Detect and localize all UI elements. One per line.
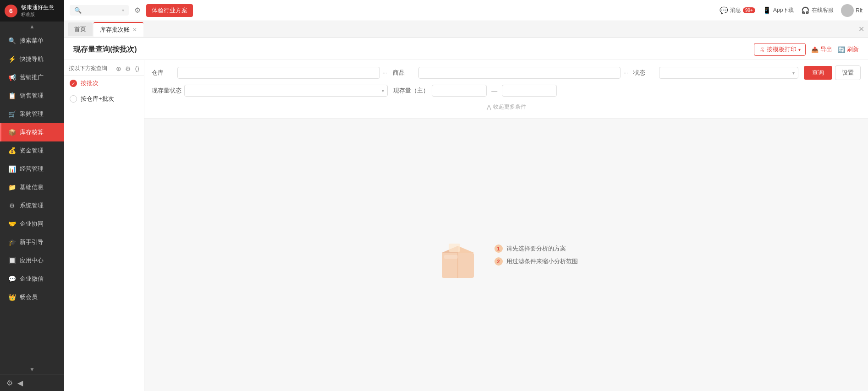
stock-qty-label: 现存量（主） — [393, 87, 429, 95]
sidebar-item-member[interactable]: 👑 畅会员 — [0, 288, 64, 306]
main-area: 🔍 ▾ ⚙ 体验行业方案 💬 消息 99+ 📱 App下载 🎧 在线客服 R — [64, 0, 868, 391]
filter-area: 仓库 ··· 商品 ··· 状态 — [144, 60, 868, 119]
empty-hints: 1 请先选择要分析的方案 2 用过滤条件来缩小分析范围 — [494, 244, 578, 266]
topbar-search-box[interactable]: 🔍 ▾ — [70, 5, 129, 16]
scheme-item-batch[interactable]: ✓ 按批次 — [64, 76, 144, 91]
scheme-item-warehouse-batch[interactable]: 按仓库+批次 — [64, 91, 144, 107]
add-scheme-icon[interactable]: ⊕ — [116, 65, 121, 72]
printer-icon: 🖨 — [759, 46, 765, 53]
empty-hint-1-text: 请先选择要分析的方案 — [506, 244, 566, 253]
hint-num-2: 2 — [494, 257, 503, 266]
phone-icon: 📱 — [763, 6, 771, 15]
left-panel-title: 按以下方案查询 — [69, 65, 107, 72]
scheme-label: 按仓库+批次 — [81, 95, 114, 103]
empty-hint-1: 1 请先选择要分析的方案 — [494, 244, 578, 253]
topbar-search-input[interactable] — [83, 7, 120, 14]
page-title: 现存量查询(按批次) — [73, 45, 137, 54]
status-select-wrap — [659, 67, 798, 79]
close-page-btn[interactable]: ✕ — [858, 25, 864, 33]
collapse-more-btn[interactable]: ⋀ 收起更多条件 — [152, 101, 861, 113]
filter-dash: — — [489, 87, 499, 94]
online-service-btn[interactable]: 🎧 在线客服 — [801, 6, 834, 15]
left-panel: 按以下方案查询 ⊕ ⚙ ⟨⟩ ✓ 按批次 按仓库+批次 — [64, 60, 144, 391]
basic-icon: 📁 — [8, 183, 16, 191]
topbar-right: 💬 消息 99+ 📱 App下载 🎧 在线客服 Rit — [720, 4, 863, 17]
scheme-label: 按批次 — [81, 79, 99, 87]
collapse-left-icon[interactable]: ⟨⟩ — [135, 65, 139, 72]
sidebar-item-label: 基础信息 — [20, 183, 44, 191]
sidebar-item-label: 新手引导 — [20, 238, 44, 246]
stock-status-select[interactable] — [184, 85, 388, 97]
settings-bottom-icon[interactable]: ⚙ — [6, 379, 13, 387]
svg-rect-4 — [449, 244, 460, 252]
filter-stock-qty-group: 现存量（主） — — [393, 85, 629, 97]
empty-hint-2-text: 用过滤条件来缩小分析范围 — [506, 257, 578, 266]
sidebar-item-inventory[interactable]: 📦 库存核算 — [0, 123, 64, 141]
sidebar-item-apps[interactable]: 🔲 应用中心 — [0, 251, 64, 270]
collapse-sidebar-icon[interactable]: ◀ — [17, 379, 23, 387]
tab-close-icon[interactable]: ✕ — [132, 27, 137, 33]
scheme-inactive-dot — [70, 95, 77, 103]
sidebar-item-search[interactable]: 🔍 搜索菜单 — [0, 32, 64, 50]
filter-warehouse-group: 仓库 ··· — [152, 67, 387, 79]
sidebar-bottom: ⚙ ◀ — [0, 375, 64, 391]
member-icon: 👑 — [8, 293, 16, 301]
sidebar-item-enterprise[interactable]: 🤝 企业协同 — [0, 215, 64, 233]
sidebar-item-label: 畅会员 — [20, 293, 38, 301]
settings-scheme-icon[interactable]: ⚙ — [125, 65, 131, 72]
page-header: 现存量查询(按批次) 🖨 按模板打印 ▾ 📤 导出 🔄 刷新 — [64, 38, 868, 60]
apps-icon: 🔲 — [8, 256, 16, 265]
sidebar-item-wechat[interactable]: 💬 企业微信 — [0, 270, 64, 288]
gear-icon[interactable]: ⚙ — [132, 4, 143, 16]
refresh-label: 刷新 — [847, 45, 859, 54]
sidebar-item-sales[interactable]: 📋 销售管理 — [0, 87, 64, 105]
sidebar-item-label: 企业微信 — [20, 275, 44, 283]
product-more-icon[interactable]: ··· — [623, 70, 628, 76]
app-download-btn[interactable]: 📱 App下载 — [763, 6, 794, 15]
inventory-icon: 📦 — [8, 128, 16, 136]
messages-btn[interactable]: 💬 消息 99+ — [720, 6, 755, 15]
chevron-up-icon: ⋀ — [487, 104, 491, 110]
stock-qty-min-input[interactable] — [432, 85, 487, 97]
status-select[interactable] — [659, 67, 798, 79]
sidebar-scroll-up[interactable]: ▲ — [0, 22, 64, 32]
filter-row-1: 仓库 ··· 商品 ··· 状态 — [152, 65, 861, 80]
empty-hint-2: 2 用过滤条件来缩小分析范围 — [494, 257, 578, 266]
sidebar-item-label: 搜索菜单 — [20, 37, 44, 45]
stock-qty-max-input[interactable] — [502, 85, 557, 97]
sidebar-item-newbie[interactable]: 🎓 新手引导 — [0, 233, 64, 251]
product-input[interactable] — [418, 67, 621, 79]
sidebar-item-operations[interactable]: 📊 经营管理 — [0, 160, 64, 178]
tab-home[interactable]: 首页 — [68, 22, 93, 36]
stock-status-label: 现存量状态 — [152, 87, 181, 95]
collapse-more-label: 收起更多条件 — [493, 103, 526, 111]
sidebar-scroll-down[interactable]: ▼ — [0, 364, 64, 375]
hint-num-1: 1 — [494, 244, 503, 253]
tab-home-label: 首页 — [74, 25, 86, 33]
sidebar-item-finance[interactable]: 💰 资金管理 — [0, 141, 64, 160]
export-btn[interactable]: 📤 导出 — [811, 45, 832, 54]
sidebar-item-purchase[interactable]: 🛒 采购管理 — [0, 105, 64, 123]
newbie-icon: 🎓 — [8, 238, 16, 246]
filter-status-group: 状态 — [633, 67, 798, 79]
sidebar-item-marketing[interactable]: 📢 营销推广 — [0, 68, 64, 87]
sidebar-item-label: 采购管理 — [20, 110, 44, 118]
sidebar-item-basic[interactable]: 📁 基础信息 — [0, 178, 64, 196]
industry-btn[interactable]: 体验行业方案 — [146, 4, 193, 17]
query-btn[interactable]: 查询 — [804, 66, 832, 80]
print-btn[interactable]: 🖨 按模板打印 ▾ — [754, 43, 806, 56]
tabbar: 首页 库存批次账 ✕ ✕ — [64, 21, 868, 38]
user-avatar-btn[interactable]: Rit — [841, 4, 863, 17]
sidebar-header: 6 畅康通好生意 标准版 — [0, 0, 64, 22]
settings-btn[interactable]: 设置 — [835, 65, 861, 80]
warehouse-input[interactable] — [177, 67, 380, 79]
sidebar-item-label: 库存核算 — [20, 128, 44, 136]
marketing-icon: 📢 — [8, 73, 16, 81]
refresh-btn[interactable]: 🔄 刷新 — [838, 45, 859, 54]
sidebar-item-system[interactable]: ⚙ 系统管理 — [0, 196, 64, 215]
warehouse-more-icon[interactable]: ··· — [383, 70, 387, 76]
tab-stock-batch[interactable]: 库存批次账 ✕ — [93, 22, 143, 37]
empty-state: 1 请先选择要分析的方案 2 用过滤条件来缩小分析范围 — [144, 119, 868, 391]
sidebar-item-quick-nav[interactable]: ⚡ 快捷导航 — [0, 50, 64, 68]
user-name: Rit — [856, 7, 863, 14]
